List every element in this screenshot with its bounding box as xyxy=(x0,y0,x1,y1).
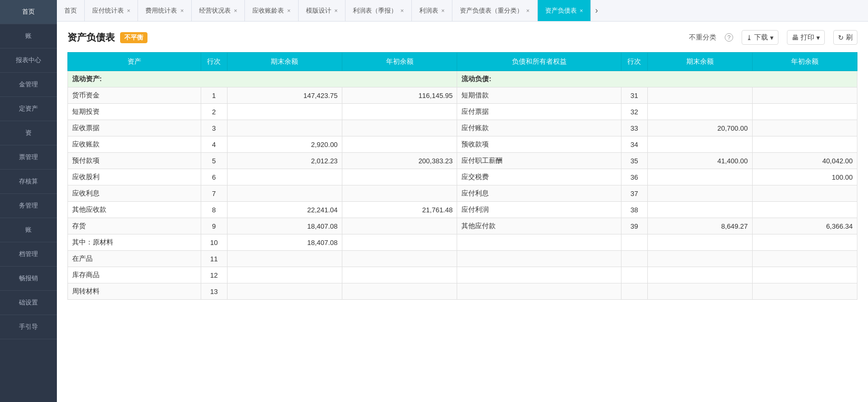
tab-payable-stats-label: 应付统计表 xyxy=(92,6,124,15)
table-row-liability-label: 应付利息 xyxy=(457,185,621,202)
sidebar-item-capital[interactable]: 资 xyxy=(0,121,57,145)
table-row-end-balance: 2,012.23 xyxy=(227,153,342,169)
tab-receivable-aging[interactable]: 应收账龄表 × xyxy=(245,0,298,21)
table-row-num2: 35 xyxy=(621,153,647,169)
tab-profit-close[interactable]: × xyxy=(441,7,445,14)
tab-balance-sheet-label: 资产负债表 xyxy=(545,6,577,15)
sidebar-item-home[interactable]: 首页 xyxy=(0,0,57,24)
table-row-num: 9 xyxy=(201,218,227,234)
tab-payable-stats-close[interactable]: × xyxy=(127,7,130,14)
tab-balance-reclassified[interactable]: 资产负债表（重分类） × xyxy=(452,0,537,21)
sidebar-item-business-management[interactable]: 务管理 xyxy=(0,194,57,218)
sidebar-item-account[interactable]: 账 xyxy=(0,24,57,48)
tab-receivable-aging-close[interactable]: × xyxy=(287,7,290,14)
table-row-year-start: 200,383.23 xyxy=(342,153,457,169)
table-row-year-start: 116,145.95 xyxy=(342,87,457,104)
table-row-end-balance2 xyxy=(647,267,752,283)
table-row-year-start2 xyxy=(752,202,857,218)
table-row-year-start2: 6,366.34 xyxy=(752,218,857,234)
page-title-area: 资产负债表 不平衡 xyxy=(67,31,147,44)
sidebar-item-expense-reimbursement[interactable]: 畅报销 xyxy=(0,267,57,291)
table-row-asset-label: 存货 xyxy=(68,218,201,234)
table-row-num: 8 xyxy=(201,202,227,218)
table-row-num: 12 xyxy=(201,267,227,283)
tab-profit-quarterly-label: 利润表（季报） xyxy=(353,6,397,15)
download-button[interactable]: ⤓ 下载 ▾ xyxy=(742,30,778,45)
table-row-asset-label: 库存商品 xyxy=(68,267,201,283)
table-row-num: 5 xyxy=(201,153,227,169)
table-row-num: 6 xyxy=(201,169,227,185)
tab-payable-stats[interactable]: 应付统计表 × xyxy=(85,0,138,21)
col-header-year-start: 年初余额 xyxy=(342,53,457,71)
table-row-year-start xyxy=(342,136,457,153)
table-row-end-balance2: 20,700.00 xyxy=(647,120,752,136)
table-row-asset-label: 其他应收款 xyxy=(68,202,201,218)
refresh-button[interactable]: ↻ 刷 xyxy=(833,30,857,45)
tab-template-design-label: 模版设计 xyxy=(306,6,331,15)
sidebar-item-fund-management[interactable]: 金管理 xyxy=(0,73,57,97)
table-row-num2: 36 xyxy=(621,169,647,185)
tab-balance-sheet-close[interactable]: × xyxy=(580,7,583,14)
tab-profit-quarterly[interactable]: 利润表（季报） × xyxy=(346,0,411,21)
table-row-num: 13 xyxy=(201,283,227,300)
tab-operation-status-close[interactable]: × xyxy=(234,7,237,14)
table-row-end-balance2 xyxy=(647,234,752,251)
tab-operation-status-label: 经营状况表 xyxy=(199,6,231,15)
table-row-asset-label: 周转材料 xyxy=(68,283,201,300)
table-row-year-start xyxy=(342,169,457,185)
sidebar-item-archive-management[interactable]: 档管理 xyxy=(0,242,57,267)
tab-operation-status[interactable]: 经营状况表 × xyxy=(192,0,245,21)
table-row-asset-label: 短期投资 xyxy=(68,104,201,120)
table-row-end-balance: 147,423.75 xyxy=(227,87,342,104)
help-icon[interactable]: ? xyxy=(725,33,733,42)
sidebar-item-ticket-management[interactable]: 票管理 xyxy=(0,145,57,170)
table-row-asset-label: 其中：原材料 xyxy=(68,234,201,251)
table-row-num2: 33 xyxy=(621,120,647,136)
table-row-liability-label: 预收款项 xyxy=(457,136,621,153)
tab-profit[interactable]: 利润表 × xyxy=(412,0,452,21)
sidebar-item-fixed-assets[interactable]: 定资产 xyxy=(0,97,57,121)
table-row-year-start2 xyxy=(752,185,857,202)
sidebar-item-inventory-accounting[interactable]: 存核算 xyxy=(0,170,57,194)
table-row-end-balance: 18,407.08 xyxy=(227,234,342,251)
table-row-end-balance2 xyxy=(647,104,752,120)
tab-expense-stats-close[interactable]: × xyxy=(180,7,183,14)
tab-balance-reclassified-close[interactable]: × xyxy=(526,7,529,14)
table-row-asset-label: 应收股利 xyxy=(68,169,201,185)
tab-template-design-close[interactable]: × xyxy=(334,7,338,14)
tab-home[interactable]: 首页 xyxy=(57,0,85,21)
table-row-liability-label xyxy=(457,283,621,300)
print-button[interactable]: 🖶 打印 ▾ xyxy=(787,30,825,45)
print-label: 打印 xyxy=(801,33,814,42)
table-row-year-start2 xyxy=(752,251,857,267)
table-row-end-balance: 2,920.00 xyxy=(227,136,342,153)
table-row-num2 xyxy=(621,234,647,251)
tab-receivable-aging-label: 应收账龄表 xyxy=(252,6,284,15)
table-row-num2 xyxy=(621,267,647,283)
table-row-year-start xyxy=(342,267,457,283)
table-row-num: 7 xyxy=(201,185,227,202)
tab-expense-stats[interactable]: 费用统计表 × xyxy=(138,0,191,21)
sidebar-item-basic-settings[interactable]: 础设置 xyxy=(0,291,57,315)
tab-template-design[interactable]: 模版设计 × xyxy=(299,0,346,21)
table-row-num2: 38 xyxy=(621,202,647,218)
table-row-year-start2: 40,042.00 xyxy=(752,153,857,169)
tab-bar: 首页 应付统计表 × 费用统计表 × 经营状况表 × 应收账龄表 × 模版设计 … xyxy=(57,0,868,22)
sidebar-item-ledger[interactable]: 账 xyxy=(0,218,57,242)
table-row-end-balance2: 41,400.00 xyxy=(647,153,752,169)
tab-profit-quarterly-close[interactable]: × xyxy=(400,7,403,14)
col-header-asset: 资产 xyxy=(68,53,201,71)
table-row-year-start xyxy=(342,104,457,120)
table-row-liability-label: 短期借款 xyxy=(457,87,621,104)
table-row-num2: 31 xyxy=(621,87,647,104)
table-row-end-balance2 xyxy=(647,87,752,104)
download-icon: ⤓ xyxy=(746,34,752,42)
tab-balance-sheet[interactable]: 资产负债表 × xyxy=(538,0,591,21)
sidebar-item-guide[interactable]: 手引导 xyxy=(0,315,57,339)
tab-scroll-right[interactable]: › xyxy=(591,6,602,15)
table-row-num2 xyxy=(621,251,647,267)
print-chevron-icon: ▾ xyxy=(816,34,820,42)
main-area: 首页 应付统计表 × 费用统计表 × 经营状况表 × 应收账龄表 × 模版设计 … xyxy=(57,0,868,402)
table-row-num: 10 xyxy=(201,234,227,251)
sidebar-item-report-center[interactable]: 报表中心 xyxy=(0,48,57,73)
